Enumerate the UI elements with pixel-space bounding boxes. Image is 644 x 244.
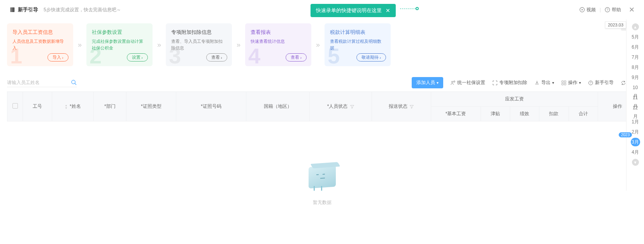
col-report[interactable]: 报送状态	[372, 92, 431, 121]
toast-close-icon[interactable]: ✕	[386, 7, 390, 14]
svg-line-7	[75, 83, 76, 85]
guide-button[interactable]: ? 新手引导	[588, 79, 614, 86]
month-timeline: » 2023.03 ▲ 5月6月7月8月9月10月11月12月 2023 1月2…	[626, 19, 644, 191]
timeline-year-pill: 2023	[619, 132, 632, 137]
step-1-button[interactable]: 导入›	[47, 53, 68, 61]
timeline-month[interactable]: 4月	[631, 148, 640, 156]
step-number-3: 3	[169, 43, 181, 68]
sort-icon[interactable]: ▲▼	[65, 104, 68, 109]
onboarding-steps: 导入员工工资信息 人员信息及工资数据新增导入 导入› 1 » 社保参数设置 完成…	[0, 19, 644, 74]
timeline-month[interactable]: 2月	[631, 128, 640, 136]
col-total[interactable]: 合计	[569, 107, 598, 121]
step-number-2: 2	[89, 43, 102, 68]
step-arrow-icon: »	[234, 41, 243, 49]
chevron-right-icon: ›	[62, 55, 63, 60]
step-card-5: 税款计算明细表 查看税款计算过程及明细数据 敬请期待› 5	[325, 23, 391, 66]
timeline-year-label: 2023.03	[605, 21, 626, 28]
timeline-month[interactable]: 9月	[631, 73, 640, 82]
toast-text: 快速录单的快捷键说明在这里	[316, 7, 382, 14]
search-icon[interactable]	[71, 79, 77, 86]
toast-pointer-dot	[416, 7, 419, 10]
step-arrow-icon: »	[155, 41, 163, 49]
step-2-button[interactable]: 设置›	[127, 53, 148, 61]
col-deduct[interactable]: 扣款	[539, 107, 569, 121]
close-icon[interactable]: ✕	[629, 5, 635, 14]
timeline-up-icon[interactable]: ▲	[632, 23, 639, 30]
step-3-title: 专项附加扣除信息	[171, 29, 226, 36]
social-settings-button[interactable]: 统一社保设置	[450, 79, 485, 86]
empty-text: 暂无数据	[7, 199, 637, 206]
select-all-checkbox[interactable]	[12, 103, 18, 109]
search-wrap	[7, 78, 77, 87]
step-3-button[interactable]: 查看›	[206, 53, 227, 61]
step-arrow-icon: »	[314, 41, 322, 49]
step-card-3: 专项附加扣除信息 查看、导入员工专项附加扣除信息 查看› 3	[166, 23, 232, 66]
employee-table-wrap: 工号 ▲▼ *姓名 *部门 *证照类型 *证照号码 国籍（地区） *人员状态 报…	[0, 91, 644, 214]
timeline-month[interactable]: 8月	[631, 63, 640, 72]
step-2-title: 社保参数设置	[92, 29, 147, 36]
separator: |	[600, 7, 601, 12]
svg-rect-13	[564, 83, 566, 85]
filter-icon[interactable]	[409, 104, 414, 109]
timeline-month[interactable]: 1月	[631, 118, 640, 126]
book-icon	[9, 7, 16, 13]
col-name[interactable]: ▲▼ *姓名	[52, 92, 93, 121]
timeline-month[interactable]: 5月	[631, 33, 640, 41]
chevron-down-icon: ▾	[437, 81, 439, 85]
col-idtype[interactable]: *证照类型	[126, 92, 176, 121]
deduction-button[interactable]: 专项附加扣除	[492, 79, 527, 86]
play-icon	[579, 7, 585, 12]
filter-icon[interactable]	[350, 104, 354, 109]
step-card-1: 导入员工工资信息 人员信息及工资数据新增导入 导入› 1	[7, 23, 73, 66]
timeline-down-icon[interactable]: ▼	[632, 159, 639, 166]
shortcut-toast: 快速录单的快捷键说明在这里 ✕	[311, 4, 396, 17]
timeline-months-top: 5月6月7月8月9月10月11月12月	[626, 33, 644, 112]
step-card-2: 社保参数设置 完成社保参数设置自动计算社保公积金 设置› 2	[86, 23, 153, 66]
col-idno[interactable]: *证照号码	[176, 92, 246, 121]
timeline-month[interactable]: 6月	[631, 43, 640, 51]
toast-pointer-line	[400, 9, 416, 9]
empty-state: 暂无数据	[7, 121, 637, 214]
timeline-month[interactable]: 10月	[631, 83, 640, 92]
col-base[interactable]: *基本工资	[431, 107, 481, 121]
svg-text:?: ?	[607, 8, 609, 12]
step-5-button[interactable]: 敬请期待›	[356, 53, 386, 61]
page-title: 新手引导	[18, 6, 38, 13]
step-number-4: 4	[248, 43, 260, 68]
col-id[interactable]: 工号	[23, 92, 52, 121]
svg-marker-3	[582, 9, 583, 11]
svg-point-6	[72, 80, 75, 84]
step-5-title: 税款计算明细表	[330, 29, 385, 36]
svg-point-8	[452, 81, 453, 83]
question-circle-icon: ?	[588, 80, 593, 86]
timeline-month[interactable]: 7月	[631, 53, 640, 61]
chevron-right-icon: ›	[141, 55, 143, 60]
step-number-5: 5	[328, 43, 340, 68]
col-perf[interactable]: 绩效	[510, 107, 539, 121]
grid-icon	[561, 80, 567, 86]
video-link[interactable]: 视频	[579, 7, 596, 13]
col-nation[interactable]: 国籍（地区）	[246, 92, 310, 121]
chevron-right-icon: ›	[221, 55, 222, 60]
col-pay-group: 应发工资	[431, 92, 598, 107]
svg-text:?: ?	[590, 81, 591, 84]
question-icon: ?	[605, 7, 610, 12]
col-allowance[interactable]: 津贴	[481, 107, 510, 121]
timeline-month[interactable]: 3月	[631, 138, 640, 146]
timeline-month[interactable]: 11月	[631, 93, 640, 102]
export-button[interactable]: 导出▾	[534, 79, 554, 86]
operate-button[interactable]: 操作▾	[561, 79, 581, 86]
search-input[interactable]	[7, 78, 71, 87]
toolbar: 添加人员▾ 统一社保设置 专项附加扣除 导出▾ 操作▾ ? 新手引导 刷新	[0, 74, 644, 91]
help-link[interactable]: ? 帮助	[605, 7, 621, 13]
col-dept[interactable]: *部门	[93, 92, 126, 121]
page-subtitle: 5步快速完成设置，快去完善信息吧～	[44, 7, 121, 13]
svg-point-9	[454, 81, 455, 82]
add-person-button[interactable]: 添加人员▾	[412, 77, 443, 88]
col-status[interactable]: *人员状态	[310, 92, 372, 121]
chevron-down-icon: ▾	[579, 81, 581, 85]
timeline-month[interactable]: 12月	[631, 104, 640, 112]
topbar-right: 视频 | ? 帮助 ✕	[579, 5, 635, 14]
chevron-right-icon: ›	[300, 55, 302, 60]
step-4-button[interactable]: 查看›	[286, 53, 307, 61]
